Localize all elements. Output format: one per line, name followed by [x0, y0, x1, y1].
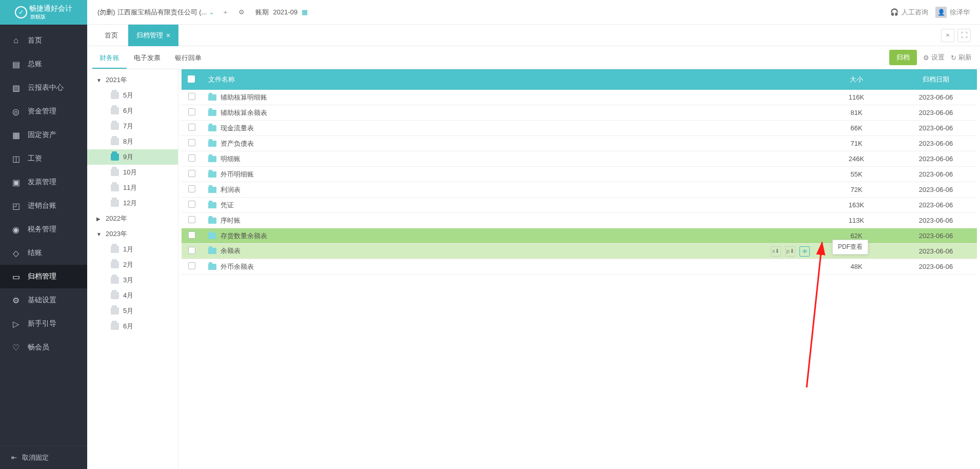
period: 账期 2021-09 ▦ — [255, 8, 308, 17]
file-size: 163K — [818, 198, 895, 213]
nav-settings[interactable]: ⚙基础设置 — [0, 288, 87, 312]
tree-month[interactable]: 11月 — [87, 180, 178, 196]
refresh-link[interactable]: ↻刷新 — [951, 53, 972, 62]
nav-invoice[interactable]: ▣发票管理 — [0, 170, 87, 194]
archive-button[interactable]: 归档 — [889, 50, 917, 65]
subtab-einvoice[interactable]: 电子发票 — [127, 48, 168, 69]
tree-month[interactable]: 1月 — [87, 242, 178, 257]
tab-fullscreen[interactable]: ⛶ — [957, 29, 971, 42]
nav-tax[interactable]: ◉税务管理 — [0, 218, 87, 241]
nav-ledger[interactable]: ▤总账 — [0, 52, 87, 76]
table-row[interactable]: 辅助核算明细账116K2023-06-06 — [182, 90, 977, 105]
file-date: 2023-06-06 — [895, 151, 977, 167]
tree-month[interactable]: 6月 — [87, 319, 178, 334]
row-checkbox[interactable] — [188, 124, 195, 131]
tree-month[interactable]: 6月 — [87, 103, 178, 119]
row-checkbox[interactable] — [188, 262, 195, 269]
archive-icon: ▭ — [11, 272, 21, 281]
brand: ✓ 畅捷通好会计 旗舰版 — [0, 0, 87, 25]
period-label: 账期 — [255, 8, 269, 17]
company-selector[interactable]: (勿删) 江西服宝精品有限责任公司 (... ⌄ — [97, 8, 214, 17]
folder-icon — [208, 218, 216, 224]
row-checkbox[interactable] — [188, 93, 195, 100]
close-icon[interactable]: × — [166, 31, 170, 40]
headset-icon: 🎧 — [890, 8, 898, 16]
tree-month[interactable]: 12月 — [87, 196, 178, 211]
row-checkbox[interactable] — [188, 185, 195, 192]
nav-reports[interactable]: ▧云报表中心 — [0, 76, 87, 100]
row-checkbox[interactable] — [188, 216, 195, 223]
tree-month[interactable]: 7月 — [87, 119, 178, 134]
tab-archive[interactable]: 归档管理 × — [128, 25, 178, 46]
topbar: (勿删) 江西服宝精品有限责任公司 (... ⌄ ＋ ⚙ 账期 2021-09 … — [87, 0, 980, 25]
table-row[interactable]: 存货数量余额表62K2023-06-06 — [182, 228, 977, 244]
nav-funds[interactable]: ◎资金管理 — [0, 100, 87, 123]
pdf-view-icon[interactable]: 👁 — [799, 246, 810, 257]
subtab-bank[interactable]: 银行回单 — [168, 48, 209, 69]
period-value[interactable]: 2021-09 — [273, 8, 297, 16]
row-checkbox[interactable] — [188, 170, 195, 177]
nav-inout[interactable]: ◰进销台账 — [0, 194, 87, 218]
row-checkbox[interactable] — [188, 201, 195, 208]
sidebar-unpin[interactable]: ⇤ 取消固定 — [0, 445, 87, 469]
add-button[interactable]: ＋ — [219, 7, 231, 18]
tree-month[interactable]: 10月 — [87, 165, 178, 180]
tree-year-2023[interactable]: ▼2023年 — [87, 226, 178, 242]
table-row[interactable]: 序时账113K2023-06-06 — [182, 213, 977, 228]
nav-archive[interactable]: ▭归档管理 — [0, 265, 87, 288]
tax-icon: ◉ — [11, 225, 21, 234]
folder-icon — [111, 261, 119, 268]
excel-download-icon[interactable]: x⬇ — [771, 246, 781, 257]
table-row[interactable]: 现金流量表66K2023-06-06 — [182, 121, 977, 136]
support-link[interactable]: 🎧 人工咨询 — [890, 8, 928, 17]
tabs-row: 首页 归档管理 × × ⛶ — [87, 25, 980, 46]
content: ▼2021年 5月 6月 7月 8月 9月 10月 11月 12月 ▶2022年… — [87, 69, 980, 469]
row-checkbox[interactable] — [188, 231, 195, 239]
tab-close-all[interactable]: × — [941, 29, 954, 42]
pdf-download-icon[interactable]: p⬇ — [785, 246, 795, 257]
tree-year-2022[interactable]: ▶2022年 — [87, 211, 178, 226]
tree-month[interactable]: 4月 — [87, 288, 178, 303]
tab-home[interactable]: 首页 — [96, 25, 126, 46]
file-name: 明细账 — [221, 155, 241, 163]
tree-month[interactable]: 2月 — [87, 257, 178, 272]
user-menu[interactable]: 👤 徐泽华 — [935, 7, 970, 18]
config-button[interactable]: ⚙ — [236, 7, 247, 18]
table-row[interactable]: 资产负债表71K2023-06-06 — [182, 136, 977, 151]
settings-link[interactable]: ⚙设置 — [923, 53, 945, 62]
calendar-icon[interactable]: ▦ — [302, 8, 308, 16]
unpin-icon: ⇤ — [11, 454, 17, 461]
file-size: 48K — [818, 259, 895, 275]
tree-month[interactable]: 5月 — [87, 303, 178, 319]
avatar-icon: 👤 — [935, 7, 947, 18]
table-row[interactable]: 明细账246K2023-06-06 — [182, 151, 977, 167]
table-row[interactable]: 辅助核算余额表81K2023-06-06 — [182, 105, 977, 121]
file-date: 2023-06-06 — [895, 167, 977, 182]
table-row[interactable]: 外币明细账55K2023-06-06 — [182, 167, 977, 182]
tree-month-active[interactable]: 9月 — [87, 149, 178, 165]
table-row[interactable]: 凭证163K2023-06-06 — [182, 198, 977, 213]
row-checkbox[interactable] — [188, 247, 195, 254]
file-size: 3K — [818, 244, 895, 259]
tree-month[interactable]: 8月 — [87, 134, 178, 149]
nav-salary[interactable]: ◫工资 — [0, 147, 87, 170]
file-name: 利润表 — [221, 186, 241, 193]
nav-guide[interactable]: ▷新手引导 — [0, 312, 87, 336]
table-row[interactable]: 利润表72K2023-06-06 — [182, 182, 977, 198]
row-checkbox[interactable] — [188, 108, 195, 115]
table-row[interactable]: 外币余额表48K2023-06-06 — [182, 259, 977, 275]
row-checkbox[interactable] — [188, 154, 195, 162]
select-all-checkbox[interactable] — [188, 75, 195, 83]
nav-home[interactable]: ⌂首页 — [0, 29, 87, 52]
tree-month[interactable]: 5月 — [87, 88, 178, 103]
nav-assets[interactable]: ▦固定资产 — [0, 123, 87, 147]
row-checkbox[interactable] — [188, 139, 195, 146]
tree-month[interactable]: 3月 — [87, 272, 178, 288]
subtab-finance[interactable]: 财务账 — [92, 48, 127, 69]
folder-icon — [111, 200, 119, 207]
folder-icon — [111, 292, 119, 299]
nav-member[interactable]: ♡畅会员 — [0, 336, 87, 359]
table-row[interactable]: 余额表x⬇p⬇👁3K2023-06-06 — [182, 244, 977, 259]
nav-close[interactable]: ◇结账 — [0, 241, 87, 265]
tree-year-2021[interactable]: ▼2021年 — [87, 72, 178, 88]
